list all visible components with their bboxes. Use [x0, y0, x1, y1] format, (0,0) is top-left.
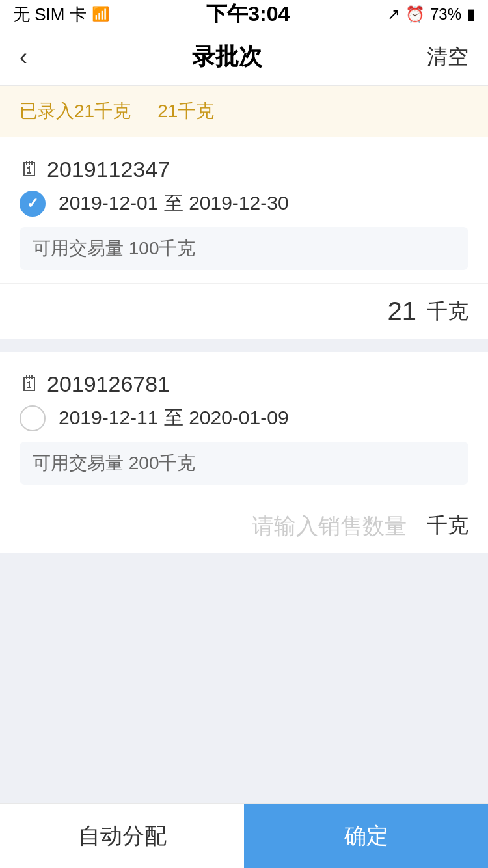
battery-icon: ▮ [467, 5, 475, 23]
bottom-spacer [0, 553, 488, 813]
status-right: ↗ ⏰ 73% ▮ [387, 5, 475, 23]
checkbox-2[interactable] [20, 405, 46, 431]
batch-date-2: 2019-12-11 至 2020-01-09 [59, 405, 289, 431]
quantity-input-unit-2: 千克 [427, 511, 468, 540]
availability-text-1: 可用交易量 100千克 [33, 238, 196, 258]
auto-distribute-button[interactable]: 自动分配 [0, 804, 244, 868]
back-button[interactable]: ‹ [20, 44, 27, 71]
quantity-input-2[interactable] [20, 513, 416, 539]
info-divider [144, 102, 144, 120]
batch-id-row-1: 🗓 2019112347 [20, 157, 468, 182]
info-banner: 已录入21千克 21千克 [0, 86, 488, 137]
auto-distribute-label: 自动分配 [78, 821, 167, 851]
wifi-icon: 📶 [92, 6, 109, 23]
quantity-row-1: 21 千克 [0, 283, 488, 339]
quantity-value-1: 21 [388, 297, 417, 326]
batch-item-2: 🗓 2019126781 2019-12-11 至 2020-01-09 可用交… [0, 352, 488, 553]
doc-icon-2: 🗓 [20, 372, 40, 396]
status-left: 无 SIM 卡 📶 [13, 3, 109, 26]
quantity-input-row-2: 千克 [0, 498, 488, 553]
status-time: 下午3:04 [206, 0, 290, 29]
checkbox-1[interactable] [20, 191, 46, 217]
alarm-icon: ⏰ [405, 5, 425, 23]
nav-bar: ‹ 录批次 清空 [0, 29, 488, 86]
battery-label: 73% [430, 5, 461, 23]
sim-label: 无 SIM 卡 [13, 3, 87, 26]
info-value: 21千克 [157, 99, 214, 124]
batch-date-row-2: 2019-12-11 至 2020-01-09 [20, 405, 468, 431]
doc-icon-1: 🗓 [20, 157, 40, 182]
clear-button[interactable]: 清空 [427, 43, 468, 72]
availability-text-2: 可用交易量 200千克 [33, 453, 196, 473]
batch-id-2: 2019126781 [47, 372, 170, 397]
batch-id-1: 2019112347 [47, 157, 170, 182]
confirm-button[interactable]: 确定 [244, 804, 488, 868]
availability-box-2: 可用交易量 200千克 [20, 442, 468, 485]
recorded-label: 已录入21千克 [20, 99, 131, 124]
batch-date-1: 2019-12-01 至 2019-12-30 [59, 190, 289, 217]
status-bar: 无 SIM 卡 📶 下午3:04 ↗ ⏰ 73% ▮ [0, 0, 488, 29]
batch-id-row-2: 🗓 2019126781 [20, 372, 468, 397]
quantity-unit-1: 千克 [427, 297, 468, 326]
confirm-label: 确定 [344, 821, 388, 851]
separator-1 [0, 339, 488, 352]
batch-item-1: 🗓 2019112347 2019-12-01 至 2019-12-30 可用交… [0, 137, 488, 339]
page-title: 录批次 [192, 41, 262, 73]
availability-box-1: 可用交易量 100千克 [20, 227, 468, 270]
location-icon: ↗ [387, 5, 400, 23]
footer: 自动分配 确定 [0, 803, 488, 868]
batch-date-row-1: 2019-12-01 至 2019-12-30 [20, 190, 468, 217]
